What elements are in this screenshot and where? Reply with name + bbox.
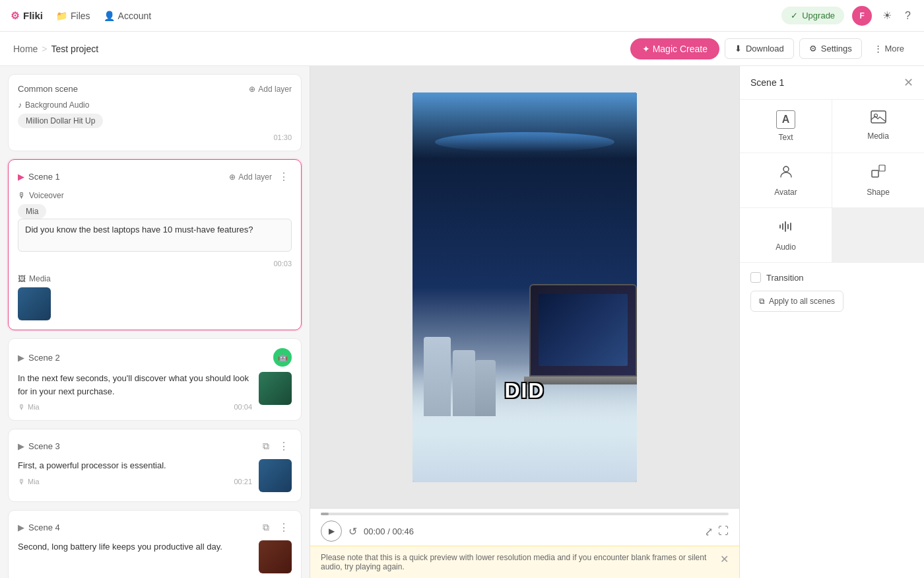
more-dots-icon: ⋮ [874,44,882,54]
tool-shape[interactable]: Shape [832,153,924,207]
tool-avatar[interactable]: Avatar [740,153,832,207]
tool-text[interactable]: A Text [740,100,832,153]
breadcrumb-actions: ✦ Magic Create ⬇ Download ⚙ Settings ⋮ M… [630,38,911,59]
download-button[interactable]: ⬇ Download [725,38,794,59]
time-total: 00:46 [392,526,414,536]
scene1-text-input[interactable]: Did you know the best laptops have 10 mu… [18,219,292,252]
scene3-icons: ⧉ ⋮ [260,439,292,454]
svg-rect-0 [871,111,886,123]
right-panel-header: Scene 1 ✕ [740,66,924,100]
play-button[interactable]: ▶ [321,521,342,542]
notice-text: Please note that this is a quick preview… [321,553,713,571]
user-avatar[interactable]: F [852,6,872,26]
scene3-more-btn[interactable]: ⋮ [276,439,292,454]
text-tool-icon: A [776,110,796,129]
center-area: DID ▶ ↺ 00:00 / 00:46 ⤤ [310,66,739,578]
scene1-header: ▶ Scene 1 ⊕ Add layer ⋮ [18,169,292,184]
scene3-content: First, a powerful processor is essential… [18,459,292,492]
display-stand-1 [424,337,451,416]
replay-button[interactable]: ↺ [348,525,357,538]
controls-right: ⤤ ⛶ [704,525,729,538]
tool-media[interactable]: Media [832,100,924,153]
scene2-icons: 🤖 [273,348,292,367]
breadcrumb-home[interactable]: Home [13,44,38,54]
share-button[interactable]: ⤤ [704,525,713,538]
add-layer-circle-icon: ⊕ [249,85,255,94]
apply-all-scenes-button[interactable]: ⧉ Apply to all scenes [750,291,843,312]
tool-audio[interactable]: Audio [740,208,832,262]
help-button[interactable]: ? [902,7,913,24]
scene4-more-btn[interactable]: ⋮ [276,520,292,535]
more-label: More [884,44,904,54]
upgrade-button[interactable]: ✓ Upgrade [781,7,844,24]
music-note-icon: ♪ [18,100,22,110]
scene2-title: ▶ Scene 2 [18,353,60,363]
media-tool-label: Media [867,131,889,141]
scene4-text-wrap: Second, long battery life keeps you prod… [18,540,252,554]
magic-create-label: ✦ Magic Create [642,44,708,54]
settings-button[interactable]: ⚙ Settings [799,38,862,59]
download-label: Download [746,44,784,54]
logo-icon: ⚙ [11,10,19,22]
scene1-title: ▶ Scene 1 [18,172,60,182]
scene3-copy-btn[interactable]: ⧉ [260,439,272,453]
scene4-label: Scene 4 [28,523,60,532]
controls-left: ▶ ↺ 00:00 / 00:46 [321,521,414,542]
scene4-icons: ⧉ ⋮ [260,520,292,535]
scene4-card[interactable]: ▶ Scene 4 ⧉ ⋮ Second, long battery life … [8,510,302,578]
svg-point-2 [783,166,789,172]
shape-tool-label: Shape [867,188,890,197]
breadcrumb: Home > Test project [13,44,98,54]
account-icon: 👤 [104,11,115,21]
controls-row: ▶ ↺ 00:00 / 00:46 ⤤ ⛶ [321,521,729,542]
audio-tag[interactable]: Million Dollar Hit Up [18,114,103,128]
common-scene-header: Common scene ⊕ Add layer [18,84,292,94]
scene1-add-layer-button[interactable]: ⊕ Add layer [229,172,272,182]
scene1-media-section: 🖼 Media [18,274,292,320]
svg-rect-3 [872,170,878,177]
laptop-right [529,284,637,429]
scene1-block[interactable]: ▶ Scene 1 ⊕ Add layer ⋮ 🎙 Voiceover Mia … [8,159,302,330]
scene3-title: ▶ Scene 3 [18,441,60,451]
theme-toggle-button[interactable]: ☀ [880,7,894,24]
avatar-tool-label: Avatar [774,188,797,197]
scene2-label: Scene 2 [28,353,60,363]
scene1-more-button[interactable]: ⋮ [276,169,292,184]
more-button[interactable]: ⋮ More [867,39,911,58]
upgrade-check-icon: ✓ [791,11,798,20]
scene1-media-thumb[interactable] [18,287,51,320]
common-add-layer-button[interactable]: ⊕ Add layer [249,85,292,94]
notice-close-button[interactable]: ✕ [720,553,729,565]
magic-create-button[interactable]: ✦ Magic Create [630,38,719,59]
scene2-header: ▶ Scene 2 🤖 [18,348,292,367]
video-preview: DID [412,92,637,482]
scene4-header: ▶ Scene 4 ⧉ ⋮ [18,520,292,535]
scene1-thumb-img [18,287,51,320]
nav-account[interactable]: 👤 Account [104,11,152,21]
arc-light [435,132,614,152]
voiceover-icon: 🎙 [18,191,26,200]
scene3-header: ▶ Scene 3 ⧉ ⋮ [18,439,292,454]
nav-files[interactable]: 📁 Files [56,11,90,21]
scene1-actions: ⊕ Add layer ⋮ [229,169,292,184]
app-logo[interactable]: ⚙ Fliki [11,10,43,22]
right-panel: Scene 1 ✕ A Text Media [739,66,924,578]
scene2-voice: 🎙 Mia [18,403,40,411]
apply-all-label: Apply to all scenes [769,297,835,306]
files-label: Files [71,11,90,21]
right-panel-close-button[interactable]: ✕ [904,75,913,90]
scene4-copy-btn[interactable]: ⧉ [260,521,272,534]
common-scene-block: Common scene ⊕ Add layer ♪ Background Au… [8,74,302,151]
transition-checkbox[interactable] [750,272,761,283]
laptop-screen [529,284,637,377]
scene2-card[interactable]: ▶ Scene 2 🤖 In the next few seconds, you… [8,338,302,421]
tools-grid: A Text Media [740,100,924,263]
breadcrumb-separator: > [42,44,47,54]
scene4-thumb [259,540,292,573]
scene3-mic-icon: 🎙 [18,478,25,486]
voice-tag[interactable]: Mia [18,204,46,219]
scene3-label: Scene 3 [28,441,60,451]
fullscreen-button[interactable]: ⛶ [718,525,729,537]
scene3-card[interactable]: ▶ Scene 3 ⧉ ⋮ First, a powerful processo… [8,429,302,502]
progress-bar[interactable] [321,513,729,515]
